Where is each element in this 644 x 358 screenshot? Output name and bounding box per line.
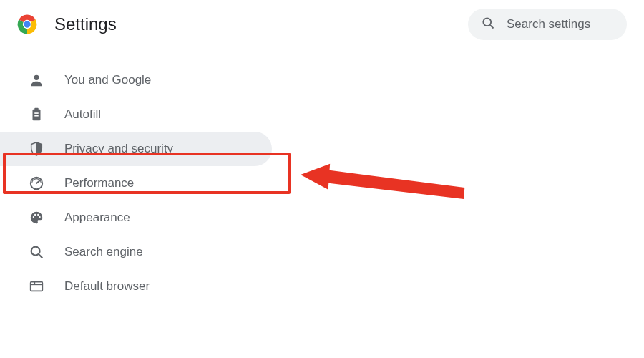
svg-point-5 [34, 75, 39, 80]
nav-item-label: Search engine [64, 245, 143, 259]
nav-item-label: Autofill [64, 107, 101, 122]
svg-rect-6 [33, 110, 41, 121]
search-input[interactable] [507, 17, 614, 32]
svg-rect-9 [34, 115, 39, 117]
svg-line-16 [39, 254, 42, 258]
search-box[interactable] [468, 9, 627, 40]
svg-rect-7 [34, 108, 39, 111]
shield-icon [29, 141, 44, 157]
nav-item-search-engine[interactable]: Search engine [0, 235, 272, 269]
clipboard-icon [29, 107, 44, 122]
header: Settings [0, 0, 644, 54]
browser-icon [29, 279, 44, 294]
nav-item-autofill[interactable]: Autofill [0, 97, 272, 132]
svg-point-3 [483, 18, 491, 26]
nav-item-default-browser[interactable]: Default browser [0, 269, 272, 304]
gauge-icon [29, 175, 44, 191]
nav-item-label: Appearance [64, 211, 130, 225]
person-icon [29, 72, 44, 88]
page-title: Settings [54, 14, 117, 34]
search-icon [29, 244, 44, 260]
svg-point-2 [24, 21, 31, 28]
svg-rect-8 [34, 112, 39, 114]
svg-point-14 [39, 216, 40, 218]
header-left: Settings [17, 14, 117, 34]
svg-point-11 [33, 216, 34, 218]
settings-nav: You and Google Autofill Privacy and secu… [0, 54, 644, 304]
nav-item-label: Performance [64, 176, 134, 190]
svg-point-12 [34, 214, 36, 216]
nav-item-label: Default browser [64, 279, 150, 294]
nav-item-appearance[interactable]: Appearance [0, 200, 272, 235]
nav-item-performance[interactable]: Performance [0, 166, 272, 200]
nav-item-label: You and Google [64, 73, 151, 87]
nav-item-privacy-and-security[interactable]: Privacy and security [0, 132, 272, 166]
nav-item-you-and-google[interactable]: You and Google [0, 63, 272, 97]
svg-point-15 [31, 247, 40, 256]
svg-line-4 [490, 25, 494, 29]
nav-item-label: Privacy and security [64, 142, 173, 156]
search-icon [481, 16, 495, 33]
chrome-logo-icon [17, 14, 37, 34]
svg-rect-17 [31, 282, 43, 291]
svg-point-13 [37, 214, 39, 216]
palette-icon [29, 210, 44, 226]
